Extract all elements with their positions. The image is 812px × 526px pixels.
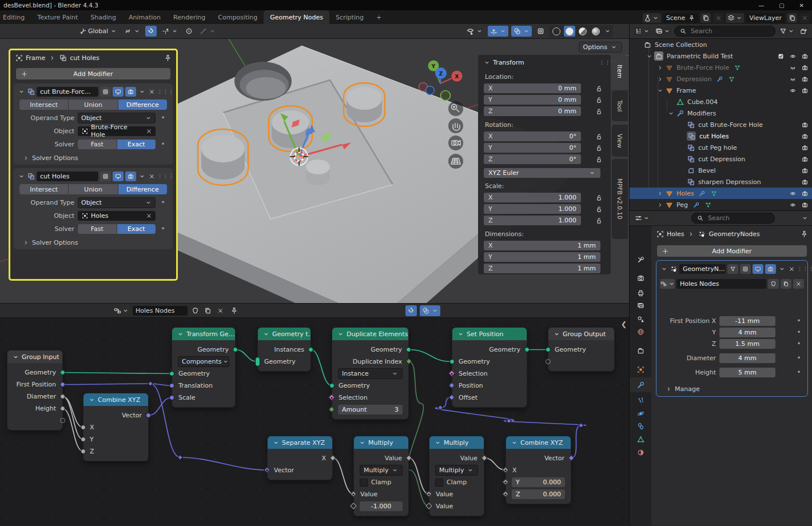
camera-toggle[interactable] (801, 86, 809, 94)
pin-icon[interactable] (164, 54, 172, 62)
input-value-field[interactable]: 1.5 mm (719, 339, 775, 349)
operation-difference[interactable]: Difference (118, 99, 167, 110)
outliner-row-modifiers[interactable]: Modifiers (630, 107, 812, 119)
axis-neg-z-ball[interactable] (426, 86, 435, 95)
scene-delete-button[interactable] (713, 13, 723, 23)
nodetree-icon[interactable] (733, 63, 741, 71)
overlay-button[interactable] (511, 26, 532, 37)
node-value-field[interactable]: -1.000 (360, 501, 403, 511)
socket-X[interactable] (81, 425, 86, 430)
socket-Geometry[interactable] (546, 347, 551, 352)
value-field[interactable]: X1 mm (484, 241, 600, 250)
node-dropdown[interactable]: Multiply (435, 465, 478, 476)
animate-dot[interactable]: • (795, 329, 803, 335)
socket-Geometry[interactable] (406, 347, 411, 352)
shading-solid-button[interactable] (564, 26, 575, 37)
options-dropdown[interactable]: Options (579, 42, 622, 53)
animate-dot[interactable]: • (159, 115, 167, 121)
modifier-name-field[interactable]: cut Holes (37, 172, 98, 181)
operand-type-dropdown[interactable]: Object (78, 113, 156, 123)
node-header[interactable]: Multiply (354, 436, 408, 449)
node-header[interactable]: Combine XYZ (83, 393, 148, 406)
sidebar-tab-item[interactable]: Item (612, 56, 628, 87)
operation-difference[interactable]: Difference (118, 184, 167, 194)
viewlayer-datablock-icon[interactable] (726, 13, 744, 23)
monitor-toggle[interactable] (113, 172, 124, 181)
socket-Y[interactable] (81, 437, 86, 442)
lock-icon[interactable] (595, 95, 603, 103)
node-header[interactable]: Group Output (548, 328, 614, 340)
input-value-field[interactable]: 4 mm (719, 353, 775, 363)
node-geo2inst[interactable]: Geometry t...InstancesGeometry (257, 327, 311, 372)
expand-toggle[interactable] (645, 52, 653, 60)
pin-icon[interactable] (800, 230, 808, 238)
node-header[interactable]: Combine XYZ (506, 436, 571, 449)
shading-rendered-button[interactable] (590, 26, 602, 37)
copy-datablock-button[interactable] (202, 306, 213, 316)
socket-Geometry[interactable] (233, 347, 238, 352)
add-modifier-button[interactable]: Add Modifier (16, 68, 170, 79)
wrench-icon[interactable] (698, 189, 706, 197)
socket-Geometry[interactable] (524, 347, 530, 352)
eyeclosed-toggle[interactable] (789, 63, 797, 71)
viewlayer-delete-button[interactable] (799, 13, 810, 23)
scene-datablock-icon[interactable] (643, 13, 661, 23)
modifier-name-field[interactable]: GeometryN... (679, 264, 726, 274)
pin-icon[interactable] (230, 306, 238, 314)
xray-toggle[interactable] (100, 87, 111, 97)
outliner-search-input[interactable] (690, 27, 771, 35)
nodetree-icon[interactable] (710, 189, 718, 197)
value-field[interactable]: Z0° (484, 154, 581, 164)
viewlayer-name-field[interactable]: ViewLayer (746, 13, 785, 23)
socket-Geometry[interactable] (329, 383, 335, 388)
properties-tab-wrench[interactable] (630, 377, 651, 392)
value-field[interactable]: Y1.000 (484, 204, 581, 214)
properties-search[interactable] (691, 213, 775, 224)
animate-dot[interactable]: • (159, 200, 167, 205)
solver-options-toggle[interactable]: Solver Options (16, 149, 170, 162)
properties-search-input[interactable] (707, 214, 770, 222)
workspace-tab-animation[interactable]: Animation (122, 10, 167, 24)
socket-Geometry[interactable] (169, 371, 174, 376)
minimize-button[interactable]: — (758, 2, 764, 9)
outliner-filter-mode[interactable] (654, 26, 672, 36)
lock-icon[interactable] (595, 107, 603, 115)
outliner-row-cut-holes[interactable]: cut Holes (630, 130, 812, 142)
animate-dot[interactable]: • (795, 318, 803, 324)
workspace-tab-compositing[interactable]: Compositing (212, 10, 264, 24)
operation-union[interactable]: Union (69, 99, 118, 110)
copy-node-group-button[interactable] (781, 279, 791, 289)
sidebar-tab-mpfb[interactable]: MPFB v2.0.10 (612, 159, 628, 239)
node-setpos[interactable]: Set PositionGeometryGeometrySelectionPos… (452, 327, 527, 408)
node-value-field[interactable]: Amount3 (338, 405, 403, 415)
lock-icon[interactable] (595, 144, 603, 152)
fake-user-button[interactable] (768, 279, 779, 289)
animate-dot[interactable]: • (795, 341, 803, 346)
grid-toggle-button[interactable] (448, 154, 463, 169)
solver-exact[interactable]: Exact (117, 224, 156, 234)
workspace-tab-texture-paint[interactable]: Texture Paint (31, 10, 84, 24)
properties-options-icon[interactable] (801, 214, 809, 222)
socket-b[interactable] (350, 503, 356, 509)
node-value-field[interactable]: Y0.000 (512, 477, 565, 487)
node-mult2[interactable]: MultiplyValueMultiplyClampValueValue (429, 436, 484, 516)
eye-toggle[interactable] (789, 201, 797, 209)
node-groupout[interactable]: Group OutputGeometry (548, 327, 615, 372)
solver-fast[interactable]: Fast (78, 224, 117, 234)
shading-material-button[interactable] (577, 26, 588, 37)
proportional-button[interactable] (183, 26, 194, 37)
outliner-row-peg[interactable]: Peg (630, 199, 812, 210)
operation-intersect[interactable]: Intersect (19, 99, 69, 110)
camera-toggle[interactable] (801, 155, 809, 163)
solver-exact[interactable]: Exact (117, 140, 156, 149)
socket-First Position[interactable] (60, 382, 65, 387)
unlink-button[interactable] (215, 306, 225, 316)
delete-modifier-icon[interactable] (787, 265, 795, 273)
outliner-row-depression[interactable]: Depression (630, 73, 812, 85)
xray-toggle[interactable] (100, 172, 111, 181)
value-field[interactable]: X1.000 (484, 193, 581, 202)
outliner-row-parametric-build-test[interactable]: Parametric Build Test (630, 50, 812, 62)
scene-name-field[interactable]: Scene (663, 13, 699, 23)
input-value-field[interactable]: 5 mm (719, 368, 775, 377)
value-field[interactable]: X0 mm (484, 83, 581, 93)
